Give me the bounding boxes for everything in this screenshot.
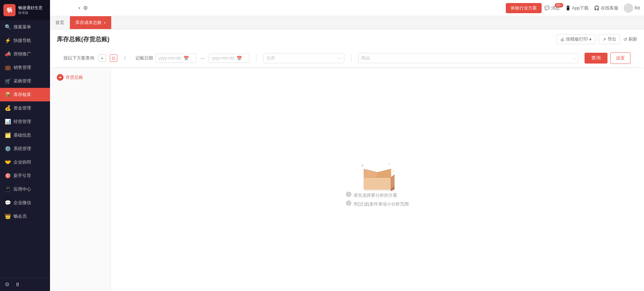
search-icon: 🔍 [5,24,11,30]
tab-inventory-ledger[interactable]: 库存成本总账 × [70,16,112,29]
sidebar-item-inventory[interactable]: 📦 库存核算 [0,88,50,101]
sidebar-item-basic[interactable]: 🗂️ 基础信息 [0,128,50,142]
empty-tips: 1 请先选择要分析的方案 2 用[过滤]条件来缩小分析范围 [346,191,408,209]
sidebar-item-purchase[interactable]: 🛒 采购管理 [0,74,50,88]
settings-footer-icon[interactable]: ⚙ [5,281,9,288]
query-button[interactable]: 查询 [585,53,608,64]
print-button[interactable]: 🖨 按模板打印 ▾ [556,34,595,44]
sidebar-item-quick-nav[interactable]: ⚡ 快捷导航 [0,34,50,47]
svg-text:✦: ✦ [361,163,365,168]
sidebar-item-label: 经营管理 [14,119,31,125]
content-area: 库存总账(存货总账) 🖨 按模板打印 ▾ ↗ 导出 ↺ 刷新 [50,29,644,291]
sidebar-item-label: 企业微信 [14,200,31,206]
sidebar-item-search[interactable]: 🔍 搜索菜单 [0,20,50,34]
mobile-icon: 📱 [5,186,11,192]
crown-icon: 👑 [5,213,11,219]
print-dropdown-icon[interactable]: ▾ [589,37,592,42]
sidebar-item-label: 采购管理 [14,78,31,84]
target-icon: 🎯 [5,173,11,179]
warehouse-select[interactable]: 仓库 ··· [263,53,344,63]
refresh-label: 刷新 [628,36,637,42]
print-label: 按模板打印 [566,36,588,42]
sidebar-item-label: 搜索菜单 [14,24,31,30]
sidebar-item-apps[interactable]: 📱 应用中心 [0,183,50,196]
calendar-to-icon[interactable]: 📅 [237,56,242,61]
sidebar-item-label: 应用中心 [14,186,31,192]
topbar-settings-icon[interactable]: ⚙ [82,3,89,13]
sidebar-item-sales[interactable]: 💼 销售管理 [0,61,50,74]
messages-badge: 99+ [555,3,563,7]
user-avatar-btn[interactable]: Rit [624,3,640,13]
filter-add-button[interactable]: + [98,54,106,62]
topbar: ▾ ⚙ 体验行业方案 💬 消息 99+ 📱 App下载 🎧 在线客服 Rit [50,0,644,16]
chart-icon: 📊 [5,119,11,125]
sidebar-item-wechat[interactable]: 💬 企业微信 [0,196,50,210]
page-header: 库存总账(存货总账) 🖨 按模板打印 ▾ ↗ 导出 ↺ 刷新 [50,29,644,68]
sidebar-item-newcomer[interactable]: 🎯 新手引导 [0,169,50,183]
briefcase-icon: 💼 [5,65,11,71]
more-warehouse-icon: ··· [338,56,341,61]
export-button[interactable]: ↗ 导出 [599,34,620,44]
sidebar-item-marketing[interactable]: 📣 营销推广 [0,47,50,61]
product-select[interactable]: 商品 ··· [358,53,578,63]
brand-sub: 标准版 [18,10,43,15]
page-actions: 🖨 按模板打印 ▾ ↗ 导出 ↺ 刷新 [556,34,637,44]
sidebar-item-label: 系统管理 [14,146,31,152]
date-separator: — [199,56,206,61]
export-icon: ↗ [602,37,606,42]
chat-icon: 💬 [5,200,11,206]
empty-illustration: ✦ ✦ ✦ [350,150,404,191]
sidebar-item-finance[interactable]: 💰 资金管理 [0,101,50,115]
svg-text:✦: ✦ [388,163,390,166]
date-from-input[interactable]: yyyy-mm-dd 📅 [156,54,196,63]
trial-button[interactable]: 体验行业方案 [506,3,542,13]
filter-reset-button[interactable]: ⊙ [110,54,117,62]
sidebar-item-operation[interactable]: 📊 经营管理 [0,115,50,128]
sidebar-item-label: 基础信息 [14,132,31,138]
scheme-item[interactable]: 存货总账 [53,71,107,83]
avatar [624,3,633,13]
app-download-label: App下载 [572,5,589,11]
sidebar-item-label: 畅会员 [14,213,27,219]
settings-button[interactable]: 设置 [610,52,630,64]
gear-icon: ⚙️ [5,146,11,152]
sidebar-item-label: 新手引导 [14,173,31,179]
sidebar-item-enterprise[interactable]: 🤝 企业协同 [0,155,50,169]
svg-marker-1 [364,177,391,189]
empty-state: ✦ ✦ ✦ 1 请先选择要分析的方案 2 用[过滤]条件来缩小分析范围 [111,68,644,291]
headset-icon: 🎧 [594,5,599,10]
filter-label: 按以下方案查询 [64,55,94,61]
logo-icon: 畅 [3,4,16,16]
app-download-icon: 📱 [565,5,571,10]
svg-marker-3 [377,169,391,177]
app-download-btn[interactable]: 📱 App下载 [565,5,589,11]
more-product-icon: ··· [572,56,575,61]
sidebar-item-label: 资金管理 [14,105,31,111]
scheme-dot [57,74,64,81]
chevron-down-icon[interactable]: ▾ [78,6,80,10]
tab-home[interactable]: 首页 [50,16,70,29]
sidebar-item-label: 销售管理 [14,65,31,71]
box-icon: 📦 [5,92,11,98]
tab-close-icon[interactable]: × [104,21,106,25]
refresh-button[interactable]: ↺ 刷新 [623,36,637,42]
calendar-from-icon[interactable]: 📅 [183,56,189,61]
svg-text:✦: ✦ [393,170,395,173]
brand-name: 畅捷通好生意 [18,5,43,11]
messages-btn[interactable]: 💬 消息 99+ [544,5,560,11]
sidebar: 畅 畅捷通好生意 标准版 🔍 搜索菜单 ⚡ 快捷导航 📣 营销推广 💼 销售管理… [0,0,50,291]
audio-footer-icon[interactable]: ⏸ [15,282,20,288]
user-name: Rit [635,5,640,10]
filter-collapse-icon[interactable]: 《 [121,55,126,61]
date-to-input[interactable]: yyyy-mm-dd 📅 [209,54,249,63]
date-to-placeholder: yyyy-mm-dd [212,56,234,60]
sidebar-item-label: 快捷导航 [14,38,31,44]
sidebar-logo: 畅 畅捷通好生意 标准版 [0,0,50,20]
tip1-text: 请先选择要分析的方案 [353,191,397,200]
online-service-btn[interactable]: 🎧 在线客服 [594,5,618,11]
sidebar-item-system[interactable]: ⚙️ 系统管理 [0,142,50,155]
sidebar-item-member[interactable]: 👑 畅会员 [0,210,50,223]
tip2-text: 用[过滤]条件来缩小分析范围 [353,200,408,209]
page-title: 库存总账(存货总账) [57,35,109,43]
filter-bar: 按以下方案查询 + ⊙ 《 记账日期 yyyy-mm-dd 📅 — yyyy-m… [57,49,637,68]
